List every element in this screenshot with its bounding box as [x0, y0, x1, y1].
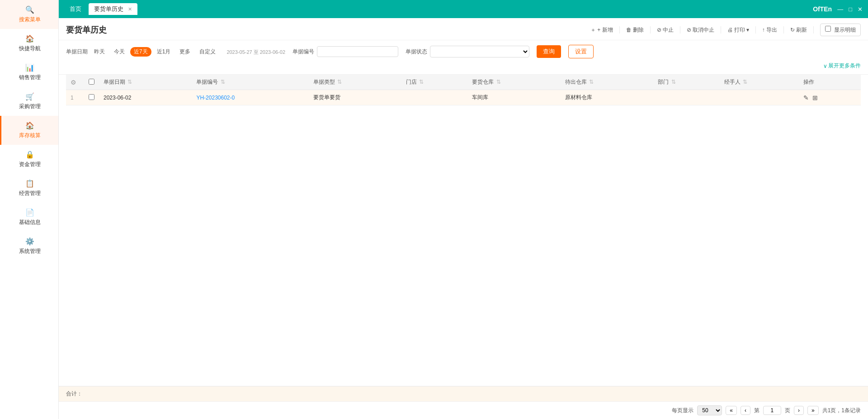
row-more-icon[interactable]: ⊞: [812, 94, 818, 101]
per-page-label: 每页显示: [672, 407, 693, 414]
divider-2: [650, 26, 651, 33]
status-filter-select[interactable]: [430, 46, 529, 57]
select-all-checkbox[interactable]: [89, 79, 94, 85]
cancel-stop-button[interactable]: ⊘ 取消中止: [687, 26, 714, 34]
quick-nav-icon: 🏠: [25, 34, 34, 43]
next-page-button[interactable]: ›: [794, 406, 804, 415]
date-btn-today[interactable]: 今天: [110, 47, 128, 57]
column-settings-icon[interactable]: ⚙: [71, 79, 76, 86]
sort-req-warehouse-icon[interactable]: ⇅: [496, 79, 501, 85]
th-handler: 经手人 ⇅: [720, 75, 799, 90]
row-checkbox[interactable]: [89, 94, 94, 100]
summary-label: 合计：: [66, 390, 82, 397]
td-docno: YH-20230602-0: [192, 90, 308, 105]
sidebar-item-finance[interactable]: 🔒 资金管理: [0, 145, 58, 174]
display-detail-checkbox[interactable]: [825, 26, 831, 32]
export-button[interactable]: ↑ 导出: [762, 26, 777, 34]
date-range-text: 2023-05-27 至 2023-06-02: [226, 49, 285, 56]
query-button[interactable]: 查询: [537, 45, 561, 58]
divider-6: [783, 26, 784, 33]
search-menu-icon: 🔍: [25, 5, 34, 14]
total-info: 共1页，1条记录: [822, 407, 861, 414]
delete-button[interactable]: 🗑 删除: [626, 26, 644, 34]
filter-row-2: ∨ 展开更多条件: [66, 62, 861, 70]
docno-filter-input[interactable]: [317, 46, 398, 57]
divider-5: [755, 26, 756, 33]
sidebar-item-search[interactable]: 🔍 搜索菜单: [0, 0, 58, 29]
th-store: 门店 ⇅: [401, 75, 467, 90]
sidebar-item-sales[interactable]: 📊 销售管理: [0, 58, 58, 87]
docno-link[interactable]: YH-20230602-0: [196, 95, 235, 101]
date-filter-group: 单据日期 昨天 今天 近7天 近1月 更多 自定义: [66, 47, 219, 57]
per-page-select[interactable]: 50 10 20 100: [697, 405, 722, 415]
sort-store-icon[interactable]: ⇅: [419, 79, 424, 85]
date-btn-yesterday[interactable]: 昨天: [90, 47, 108, 57]
date-buttons: 昨天 今天 近7天 近1月 更多 自定义: [90, 47, 219, 57]
table-body: 1 2023-06-02 YH-20230602-0 要货单要货 车间库 原材料…: [66, 90, 861, 105]
divider-1: [619, 26, 620, 33]
window-maximize[interactable]: □: [849, 6, 852, 13]
divider-3: [680, 26, 680, 33]
tab-close-button[interactable]: ✕: [128, 6, 132, 12]
tab-requisition-history[interactable]: 要货单历史 ✕: [89, 3, 137, 15]
sort-pending-warehouse-icon[interactable]: ⇅: [589, 79, 594, 85]
page-input[interactable]: [763, 406, 781, 415]
td-handler: [720, 90, 799, 105]
td-num: 1: [66, 90, 84, 105]
filter-row-1: 单据日期 昨天 今天 近7天 近1月 更多 自定义 2023-05-27 至 2…: [66, 45, 861, 58]
toolbar: ＋ + 新增 🗑 删除 ⊘ 中止 ⊘ 取消中止: [590, 24, 861, 36]
delete-icon: 🗑: [626, 27, 632, 33]
sort-doctype-icon[interactable]: ⇅: [337, 79, 342, 85]
date-btn-custom[interactable]: 自定义: [196, 47, 219, 57]
sidebar-item-operation[interactable]: 📋 经营管理: [0, 174, 58, 203]
finance-icon: 🔒: [25, 150, 34, 159]
window-close[interactable]: ✕: [858, 6, 863, 13]
purchase-icon: 🛒: [25, 92, 34, 101]
td-action: ✎ ⊞: [799, 90, 861, 105]
stop-button[interactable]: ⊘ 中止: [657, 26, 674, 34]
sort-docno-icon[interactable]: ⇅: [221, 79, 225, 85]
date-btn-7days[interactable]: 近7天: [130, 47, 151, 57]
sort-department-icon[interactable]: ⇅: [671, 79, 676, 85]
tab-home[interactable]: 首页: [64, 3, 87, 15]
sidebar-item-system[interactable]: ⚙️ 系统管理: [0, 232, 58, 261]
table-container: ⚙ 单据日期 ⇅ 单据编号 ⇅: [59, 75, 868, 386]
table-header: ⚙ 单据日期 ⇅ 单据编号 ⇅: [66, 75, 861, 90]
last-page-button[interactable]: »: [807, 406, 819, 415]
sidebar-item-basicinfo[interactable]: 📄 基础信息: [0, 203, 58, 232]
sidebar: 🔍 搜索菜单 🏠 快捷导航 📊 销售管理 🛒 采购管理 🏠 库存核算 🔒 资金管…: [0, 0, 59, 419]
th-docno: 单据编号 ⇅: [192, 75, 308, 90]
summary-row: 合计：: [59, 386, 868, 401]
export-icon: ↑: [762, 27, 765, 33]
first-page-button[interactable]: «: [726, 406, 737, 415]
refresh-button[interactable]: ↻ 刷新: [790, 26, 807, 34]
sidebar-item-inventory[interactable]: 🏠 库存核算: [0, 116, 58, 145]
sort-handler-icon[interactable]: ⇅: [743, 79, 747, 85]
date-btn-more[interactable]: 更多: [176, 47, 194, 57]
sort-date-icon[interactable]: ⇅: [127, 79, 132, 85]
content-area: 要货单历史 ＋ + 新增 🗑 删除 ⊘ 中止 ⊘: [59, 18, 868, 419]
date-btn-1month[interactable]: 近1月: [153, 47, 175, 57]
print-button[interactable]: 🖨 打印 ▾: [727, 26, 749, 34]
sidebar-item-purchase[interactable]: 🛒 采购管理: [0, 87, 58, 116]
stop-icon: ⊘: [657, 27, 661, 33]
refresh-icon: ↻: [790, 27, 795, 33]
add-button[interactable]: ＋ + 新增: [590, 26, 613, 34]
print-icon: 🖨: [727, 27, 733, 33]
basicinfo-icon: 📄: [25, 208, 34, 217]
display-detail-button[interactable]: 显示明细: [820, 24, 861, 36]
settings-button[interactable]: 设置: [568, 45, 594, 58]
th-pending-warehouse: 待出仓库 ⇅: [561, 75, 653, 90]
expand-conditions-button[interactable]: ∨ 展开更多条件: [823, 62, 861, 70]
td-store: [401, 90, 467, 105]
row-edit-icon[interactable]: ✎: [803, 94, 809, 101]
topbar-right: OfTEn — □ ✕: [813, 5, 863, 13]
prev-page-button[interactable]: ‹: [741, 406, 750, 415]
inventory-icon: 🏠: [25, 121, 34, 130]
add-icon: ＋: [590, 26, 596, 34]
sidebar-item-quicknav[interactable]: 🏠 快捷导航: [0, 29, 58, 58]
main-area: 首页 要货单历史 ✕ OfTEn — □ ✕ 要货单历史 ＋ + 新增 🗑: [59, 0, 868, 419]
window-minimize[interactable]: —: [837, 6, 843, 13]
th-department: 部门 ⇅: [653, 75, 719, 90]
th-action: 操作: [799, 75, 861, 90]
